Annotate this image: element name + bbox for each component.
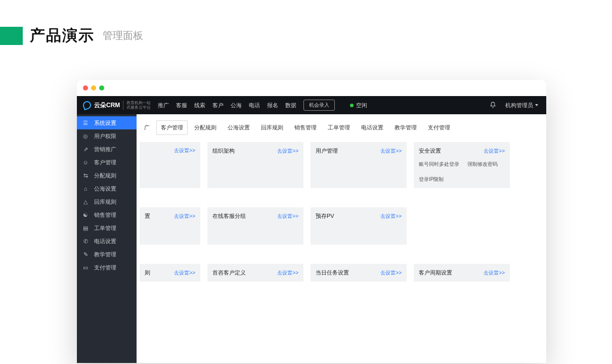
go-settings-link[interactable]: 去设置>> [484,148,505,155]
go-settings-link[interactable]: 去设置>> [174,269,195,277]
sidebar-item-system-settings[interactable]: ☰ 系统设置 [77,116,137,129]
accent-bar [0,27,23,45]
card-tag[interactable]: 强制修改密码 [467,161,498,168]
app-body: ☰ 系统设置 ◎ 用户权限 ⇗ 营销推广 ☺ 客户管理 ⇆ 分配规则 ⌂ 公海设… [77,114,546,363]
card-title: 用户管理 [316,147,380,155]
sidebar-item-label: 电话设置 [94,238,116,245]
go-settings-link[interactable]: 去设置>> [277,148,298,155]
go-settings-link[interactable]: 去设置>> [174,213,195,220]
settings-card-security: 安全设置 去设置>> 账号同时多处登录 强制修改密码 登录IP限制 [414,142,510,188]
sidebar-item-label: 客户管理 [94,159,116,166]
tab[interactable]: 电话设置 [357,120,388,135]
shield-icon: ◎ [82,133,89,140]
sidebar-item-label: 营销推广 [94,146,116,153]
sidebar-item-label: 系统设置 [94,119,116,127]
card-title: 当日任务设置 [316,269,380,277]
go-settings-link[interactable]: 去设置>> [380,148,402,155]
tab[interactable]: 公海设置 [223,120,254,135]
settings-card: 置 去设置>> [140,207,200,245]
sidebar-item-label: 教学管理 [94,251,116,258]
sidebar: ☰ 系统设置 ◎ 用户权限 ⇗ 营销推广 ☺ 客户管理 ⇆ 分配规则 ⌂ 公海设… [77,114,137,363]
sidebar-item-public-pool[interactable]: ⌂ 公海设置 [77,182,137,195]
sidebar-item-payment-mgmt[interactable]: ▭ 支付管理 [77,261,137,274]
sidebar-item-label: 回库规则 [94,198,116,206]
go-settings-link[interactable]: 去设置>> [484,269,505,277]
user-menu[interactable]: 机构管理员 [505,102,538,109]
go-settings-link[interactable]: 去设置>> [380,213,402,220]
house-icon: ⌂ [82,186,89,192]
sidebar-item-return-rules[interactable]: △ 回库规则 [77,195,137,208]
tab[interactable]: 工单管理 [323,120,355,135]
brand-name: 云朵CRM [94,101,120,110]
go-settings-link[interactable]: 去设置>> [277,269,298,277]
window-minimize-dot[interactable] [91,85,96,90]
nav-item[interactable]: 推广 [158,102,169,109]
go-settings-link[interactable]: 去设置>> [277,213,298,220]
card-title: 安全设置 [419,147,484,155]
tab[interactable]: 销售管理 [290,120,321,135]
nav-item[interactable]: 线索 [194,102,205,109]
card-title: 预存PV [316,212,380,220]
content: 广 客户管理 分配规则 公海设置 回库规则 销售管理 工单管理 电话设置 教学管… [137,114,546,363]
tab-partial[interactable]: 广 [140,120,154,135]
bell-icon[interactable] [490,102,496,109]
sidebar-item-ticket-mgmt[interactable]: ▤ 工单管理 [77,221,137,235]
sidebar-item-teaching-mgmt[interactable]: ✎ 教学管理 [77,248,137,261]
tab[interactable]: 分配规则 [190,120,221,135]
status-dot-icon [350,104,354,107]
content-tabs: 广 客户管理 分配规则 公海设置 回库规则 销售管理 工单管理 电话设置 教学管… [137,114,546,140]
card-title: 在线客服分组 [212,212,277,220]
tab[interactable]: 支付管理 [423,120,455,135]
sidebar-item-customer-mgmt[interactable]: ☺ 客户管理 [77,156,137,169]
settings-card-daily-task: 当日任务设置 去设置>> [311,264,407,282]
settings-card-org: 组织架构 去设置>> [207,142,303,188]
card-row: 置 去设置>> 在线客服分组 去设置>> 预存PV 去设置>> [140,207,543,245]
tab[interactable]: 教学管理 [390,120,421,135]
card-row: 则 去设置>> 首咨客户定义 去设置>> 当日任务设置 去设置>> [140,264,543,282]
card-row: 去设置>> 组织架构 去设置>> 用户管理 去设置>> [140,142,543,188]
nav-item[interactable]: 客户 [212,102,224,109]
record-button[interactable]: 机会录入 [303,100,335,111]
card-title: 组织架构 [212,147,277,155]
card-title: 首咨客户定义 [212,269,277,277]
nav-item[interactable]: 数据 [285,102,296,109]
go-settings-link[interactable]: 去设置>> [174,147,195,154]
settings-cards: 去设置>> 组织架构 去设置>> 用户管理 去设置>> [137,140,546,282]
sidebar-item-label: 支付管理 [94,264,116,271]
brand-logo-icon [83,101,91,109]
nav-item[interactable]: 公海 [231,102,242,109]
status-indicator: 空闲 [350,102,367,109]
app-window: 云朵CRM 教育机构一站 式服务云平台 推广 客服 线索 客户 公海 电话 报名… [77,80,546,363]
settings-card-customer-cycle: 客户周期设置 去设置>> [414,264,510,282]
go-settings-link[interactable]: 去设置>> [380,269,402,277]
ticket-icon: ▤ [82,225,89,232]
card-title: 则 [145,269,174,277]
tab[interactable]: 客户管理 [156,120,188,135]
chart-icon: ⇗ [82,146,89,153]
status-label: 空闲 [356,102,367,109]
chevron-down-icon [535,104,538,106]
window-zoom-dot[interactable] [99,85,104,90]
card-tag[interactable]: 登录IP限制 [419,176,444,183]
settings-card-first-consult: 首咨客户定义 去设置>> [207,264,303,282]
user-role: 机构管理员 [505,102,533,109]
card-title: 置 [145,212,174,220]
card-tag[interactable]: 账号同时多处登录 [419,161,459,168]
nav-item[interactable]: 报名 [267,102,278,109]
tab[interactable]: 回库规则 [256,120,288,135]
sidebar-item-label: 分配规则 [94,172,116,179]
brand[interactable]: 云朵CRM 教育机构一站 式服务云平台 [83,101,151,110]
sidebar-item-phone-settings[interactable]: ✆ 电话设置 [77,235,137,248]
sidebar-item-assign-rules[interactable]: ⇆ 分配规则 [77,169,137,182]
sidebar-item-user-permissions[interactable]: ◎ 用户权限 [77,129,137,143]
sidebar-item-sales-mgmt[interactable]: ☯ 销售管理 [77,208,137,221]
window-close-dot[interactable] [83,85,88,90]
top-nav: 云朵CRM 教育机构一站 式服务云平台 推广 客服 线索 客户 公海 电话 报名… [77,96,546,114]
nav-item[interactable]: 客服 [176,102,187,109]
nav-item[interactable]: 电话 [249,102,260,109]
tag-icon: ✎ [82,251,89,258]
sidebar-item-label: 工单管理 [94,224,116,232]
sidebar-item-label: 销售管理 [94,211,116,219]
sidebar-item-marketing[interactable]: ⇗ 营销推广 [77,143,137,156]
user-icon: ☺ [82,159,89,165]
